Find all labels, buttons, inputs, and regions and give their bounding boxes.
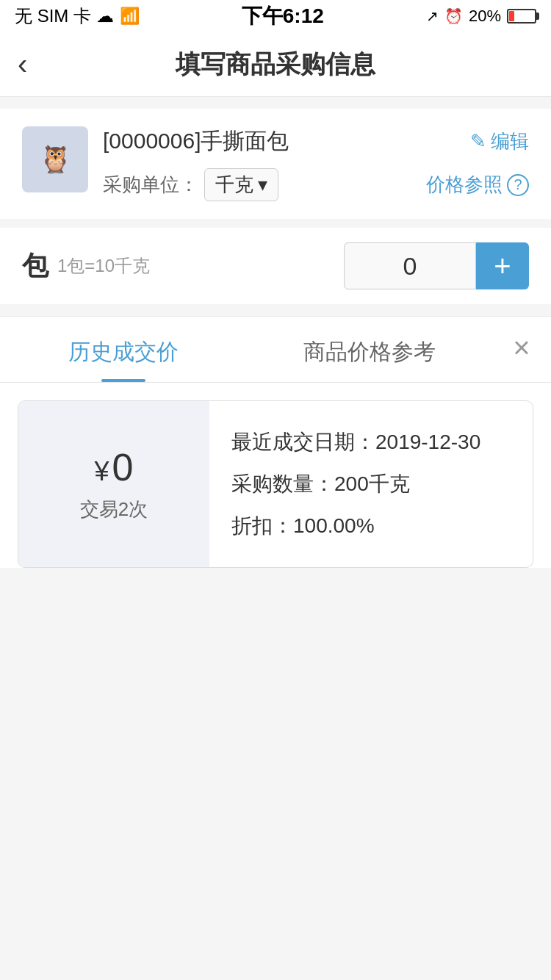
edit-label: 编辑 (491, 129, 529, 154)
nav-bar: ‹ 填写商品采购信息 (0, 32, 551, 97)
status-left: 无 SIM 卡 ☁ 📶 (15, 4, 140, 28)
unit-badge: 包 1包=10千克 (22, 248, 344, 284)
currency-symbol: ¥ (95, 456, 109, 486)
price-summary: ¥0 交易2次 (18, 401, 209, 567)
bottom-area (0, 586, 551, 980)
status-right: ↗ ⏰ 20% (426, 7, 536, 26)
page-title: 填写商品采购信息 (176, 48, 375, 82)
unit-value: 千克 (215, 172, 253, 198)
no-sim-text: 无 SIM 卡 ☁ (15, 4, 114, 28)
product-info: [0000006]手撕面包 ✎ 编辑 采购单位： 千克 ▾ 价格参照 ? (103, 126, 529, 201)
product-card: 🦉 [0000006]手撕面包 ✎ 编辑 采购单位： 千克 ▾ 价格参照 ? (0, 109, 551, 219)
product-header: [0000006]手撕面包 ✎ 编辑 (103, 126, 529, 156)
alarm-icon: ⏰ (444, 7, 463, 25)
product-thumb-icon: 🦉 (39, 144, 72, 175)
unit-label: 采购单位： 千克 ▾ (103, 168, 278, 201)
edit-button[interactable]: ✎ 编辑 (470, 129, 529, 154)
unit-select[interactable]: 千克 ▾ (204, 168, 278, 201)
discount-rate: 折扣：100.00% (231, 511, 511, 540)
product-thumbnail: 🦉 (22, 126, 88, 192)
quantity-control: + (344, 242, 529, 289)
price-ref-button[interactable]: 价格参照 ? (426, 172, 529, 198)
trade-count: 交易2次 (80, 497, 148, 522)
last-transaction-date: 最近成交日期：2019-12-30 (231, 428, 511, 456)
quantity-plus-button[interactable]: + (476, 242, 529, 289)
price-card: ¥0 交易2次 最近成交日期：2019-12-30 采购数量：200千克 折扣：… (18, 400, 533, 568)
battery-percent: 20% (469, 7, 501, 26)
status-time: 下午6:12 (242, 2, 324, 30)
wifi-icon: 📶 (120, 7, 140, 26)
tab-history-price[interactable]: 历史成交价 (0, 317, 246, 382)
tabs-section: 历史成交价 商品价格参考 × ¥0 交易2次 最近成交日期：2019-12-30… (0, 316, 551, 568)
quantity-section: 包 1包=10千克 + (0, 228, 551, 304)
status-bar: 无 SIM 卡 ☁ 📶 下午6:12 ↗ ⏰ 20% (0, 0, 551, 32)
unit-conversion: 1包=10千克 (57, 254, 150, 278)
product-unit-row: 采购单位： 千克 ▾ 价格参照 ? (103, 168, 529, 201)
tab-close-button[interactable]: × (492, 331, 551, 367)
price-value: 0 (112, 446, 134, 489)
price-ref-label: 价格参照 (426, 172, 503, 198)
purchase-quantity: 采购数量：200千克 (231, 469, 511, 498)
tab-product-price-ref[interactable]: 商品价格参考 (246, 317, 492, 382)
location-icon: ↗ (426, 7, 439, 25)
product-name: [0000006]手撕面包 (103, 126, 289, 156)
price-amount: ¥0 (95, 445, 134, 489)
help-icon: ? (507, 174, 529, 196)
price-details: 最近成交日期：2019-12-30 采购数量：200千克 折扣：100.00% (209, 401, 533, 567)
battery-icon (507, 9, 536, 24)
back-button[interactable]: ‹ (18, 48, 27, 81)
unit-label-text: 采购单位： (103, 172, 198, 198)
tabs-header: 历史成交价 商品价格参考 × (0, 317, 551, 383)
dropdown-icon: ▾ (258, 173, 267, 196)
quantity-input[interactable] (344, 242, 476, 289)
unit-badge-label: 包 (22, 248, 48, 284)
edit-icon: ✎ (470, 130, 486, 153)
